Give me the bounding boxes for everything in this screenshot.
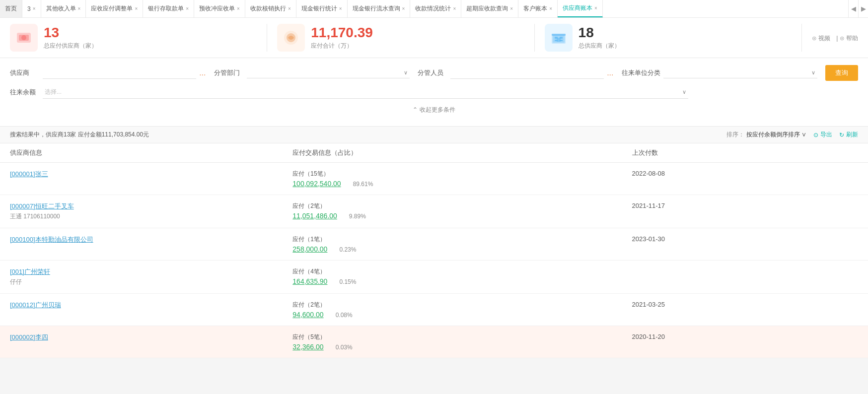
category-filter-label: 往来单位分类 bbox=[622, 68, 660, 77]
last-pay-date-5: 2021-03-25 bbox=[632, 301, 665, 308]
trans-amount-4[interactable]: 164,635.90 bbox=[292, 277, 327, 285]
nav-receipt-verify[interactable]: 收款核销执行 × bbox=[245, 0, 296, 17]
balance-filter-select[interactable]: 选择... ∨ bbox=[43, 86, 688, 99]
transaction-cell-1: 应付（15笔） 100,092,540.00 89.61% bbox=[292, 170, 632, 188]
nav-prepay-ar[interactable]: 预收冲应收单 × bbox=[194, 0, 245, 17]
payable-amount-icon bbox=[277, 24, 305, 52]
nav-other-income[interactable]: 其他收入单 × bbox=[41, 0, 86, 17]
nav-receipt-stat-close[interactable]: × bbox=[453, 6, 456, 11]
trans-percent-5: 0.08% bbox=[336, 312, 353, 319]
filter-dept: 分管部门 ∨ bbox=[214, 67, 410, 78]
supplier-link-6[interactable]: [000002]李四 bbox=[10, 333, 292, 342]
transaction-cell-2: 应付（2笔） 11,051,486.00 9.89% bbox=[292, 202, 632, 220]
payable-amount-content: 11,170.39 应付合计（万） bbox=[311, 25, 373, 50]
supplier-sub-2: 王通 17106110000 bbox=[10, 212, 292, 221]
balance-filter-label: 往来余额 bbox=[10, 88, 40, 97]
nav-other-income-close[interactable]: × bbox=[78, 6, 81, 11]
last-pay-date-6: 2020-11-20 bbox=[632, 333, 665, 340]
trans-amount-5[interactable]: 94,600.00 bbox=[292, 311, 323, 319]
nav-left-arrow[interactable]: ◀ bbox=[848, 0, 858, 18]
sort-label: 排序： 按应付余额倒序排序 ∨ bbox=[726, 131, 806, 139]
export-icon: ⊙ bbox=[813, 131, 818, 138]
supplier-link-2[interactable]: [000007]恒旺二手叉车 bbox=[10, 202, 292, 211]
nav-ar-ap-adjust[interactable]: 应收应付调整单 × bbox=[86, 0, 143, 17]
table-row: [000012]广州贝瑞 应付（2笔） 94,600.00 0.08% 2021… bbox=[0, 294, 868, 326]
export-label: 导出 bbox=[820, 131, 832, 139]
last-pay-cell-6: 2020-11-20 bbox=[632, 333, 858, 340]
nav-cash-bank-stat-close[interactable]: × bbox=[339, 6, 342, 11]
payable-suppliers-label: 总应付供应商（家） bbox=[44, 42, 97, 50]
nav-cash-bank-stat[interactable]: 现金银行统计 × bbox=[296, 0, 348, 17]
refresh-button[interactable]: ↻ 刷新 bbox=[839, 131, 858, 139]
nav-prepay-ar-label: 预收冲应收单 bbox=[199, 4, 235, 13]
help-link[interactable]: | ⊙ 帮助 bbox=[836, 34, 858, 43]
trans-percent-2: 9.89% bbox=[349, 213, 366, 220]
nav-tab3[interactable]: 3 × bbox=[22, 0, 41, 17]
header-last-pay: 上次付数 bbox=[632, 148, 858, 157]
supplier-filter-dots[interactable]: ... bbox=[199, 68, 206, 77]
dept-filter-select[interactable]: ∨ bbox=[247, 67, 410, 78]
category-filter-select[interactable]: ∨ bbox=[663, 67, 818, 78]
supplier-filter-input[interactable] bbox=[43, 67, 196, 79]
table-header: 供应商信息 应付交易信息（占比） 上次付数 bbox=[0, 143, 868, 163]
person-filter-input[interactable] bbox=[450, 67, 604, 79]
nav-supplier-book-close[interactable]: × bbox=[594, 5, 597, 11]
result-bar: 搜索结果中，供应商13家 应付金额111,703,854.00元 排序： 按应付… bbox=[0, 127, 868, 143]
trans-label-1: 应付（15笔） bbox=[292, 170, 632, 178]
trans-amount-row-4: 164,635.90 0.15% bbox=[292, 276, 632, 285]
trans-amount-1[interactable]: 100,092,540.00 bbox=[292, 180, 341, 188]
last-pay-date-2: 2021-11-17 bbox=[632, 202, 665, 209]
query-button[interactable]: 查询 bbox=[825, 65, 858, 81]
nav-customer-book-close[interactable]: × bbox=[549, 6, 552, 11]
supplier-link-5[interactable]: [000012]广州贝瑞 bbox=[10, 301, 292, 310]
nav-right-arrow[interactable]: ▶ bbox=[858, 0, 868, 18]
supplier-link-1[interactable]: [000001]张三 bbox=[10, 170, 292, 179]
nav-customer-book[interactable]: 客户账本 × bbox=[518, 0, 558, 17]
supplier-link-4[interactable]: [001]广州荣轩 bbox=[10, 267, 292, 276]
nav-bank-deposit[interactable]: 银行存取款单 × bbox=[143, 0, 194, 17]
nav-home[interactable]: 首页 bbox=[0, 0, 22, 17]
nav-overdue-ar[interactable]: 超期应收款查询 × bbox=[461, 0, 518, 17]
filter-row-2: 往来余额 选择... ∨ bbox=[10, 86, 858, 99]
trans-amount-3[interactable]: 258,000.00 bbox=[292, 245, 327, 253]
card-payable-suppliers: 13 总应付供应商（家） bbox=[10, 24, 267, 52]
trans-label-2: 应付（2笔） bbox=[292, 202, 632, 210]
payable-suppliers-icon bbox=[10, 24, 38, 52]
supplier-link-3[interactable]: [000100]本特勤油品有限公司 bbox=[10, 235, 292, 244]
trans-amount-2[interactable]: 11,051,486.00 bbox=[292, 212, 337, 220]
nav-overdue-ar-label: 超期应收款查询 bbox=[466, 4, 508, 13]
filter-collapse-row: ⌃ 收起更多条件 bbox=[10, 104, 858, 116]
nav-prepay-ar-close[interactable]: × bbox=[237, 6, 240, 11]
nav-receipt-verify-close[interactable]: × bbox=[288, 6, 291, 11]
svg-point-2 bbox=[21, 35, 26, 40]
collapse-button[interactable]: ⌃ 收起更多条件 bbox=[411, 104, 457, 116]
last-pay-cell-1: 2022-08-08 bbox=[632, 170, 858, 177]
nav-cash-bank-flow-close[interactable]: × bbox=[402, 6, 405, 11]
supplier-cell-1: [000001]张三 bbox=[10, 170, 292, 179]
video-link[interactable]: ⊙ 视频 bbox=[812, 34, 830, 43]
supplier-cell-2: [000007]恒旺二手叉车 王通 17106110000 bbox=[10, 202, 292, 221]
sort-arrow-icon: ∨ bbox=[801, 131, 806, 138]
nav-ar-ap-adjust-close[interactable]: × bbox=[135, 6, 138, 11]
sort-value[interactable]: 按应付余额倒序排序 ∨ bbox=[746, 131, 806, 138]
nav-receipt-stat[interactable]: 收款情况统计 × bbox=[410, 0, 461, 17]
table-row: [000007]恒旺二手叉车 王通 17106110000 应付（2笔） 11,… bbox=[0, 195, 868, 228]
top-right-links: ⊙ 视频 | ⊙ 帮助 bbox=[812, 33, 858, 43]
trans-percent-6: 0.03% bbox=[336, 344, 353, 351]
nav-bank-deposit-close[interactable]: × bbox=[186, 6, 189, 11]
total-suppliers-icon bbox=[545, 24, 573, 52]
nav-arrow-group: ◀ ▶ bbox=[848, 0, 868, 18]
nav-cash-bank-flow[interactable]: 现金银行流水查询 × bbox=[348, 0, 411, 17]
nav-supplier-book[interactable]: 供应商账本 × bbox=[558, 0, 603, 17]
balance-filter-arrow: ∨ bbox=[682, 89, 686, 95]
nav-overdue-ar-close[interactable]: × bbox=[510, 6, 513, 11]
nav-tab3-close[interactable]: × bbox=[33, 6, 36, 11]
filter-area: 供应商 ... 分管部门 ∨ 分管人员 ... 往来单位分类 ∨ 查询 往来余额 bbox=[0, 58, 868, 127]
export-button[interactable]: ⊙ 导出 bbox=[813, 131, 832, 139]
trans-amount-6[interactable]: 32,366.00 bbox=[292, 343, 323, 351]
trans-amount-row-5: 94,600.00 0.08% bbox=[292, 309, 632, 319]
svg-rect-7 bbox=[552, 34, 566, 36]
trans-amount-row-6: 32,366.00 0.03% bbox=[292, 341, 632, 351]
person-filter-dots[interactable]: ... bbox=[607, 68, 613, 77]
payable-amount-label: 应付合计（万） bbox=[311, 42, 373, 50]
